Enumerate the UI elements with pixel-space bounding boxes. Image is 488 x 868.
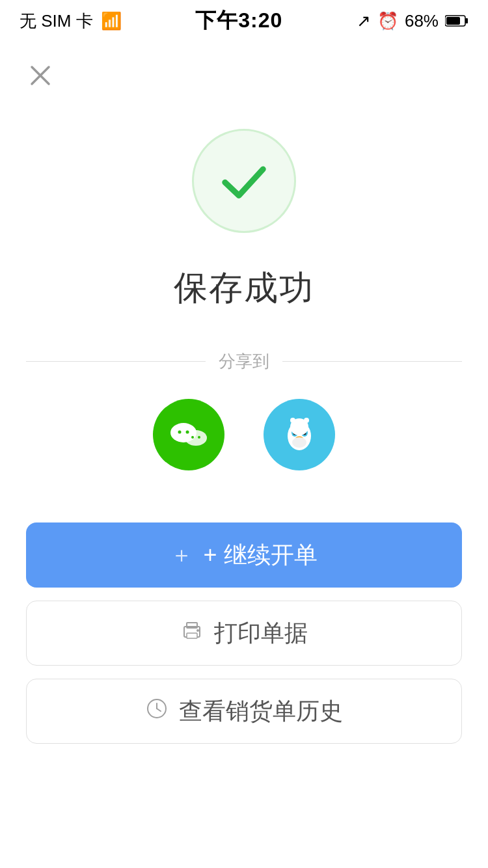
svg-point-19 [290,418,295,423]
share-divider: 分享到 [26,350,462,373]
alarm-icon: ⏰ [377,11,398,31]
print-button[interactable]: 打印单据 [26,601,462,666]
svg-point-8 [186,431,189,434]
status-left: 无 SIM 卡 📶 [20,10,122,33]
svg-point-7 [178,431,182,434]
share-section: 分享到 [26,350,462,470]
continue-order-label: + 继续开单 [203,539,317,571]
qq-share-button[interactable] [264,399,335,470]
battery-icon [445,14,468,27]
svg-point-24 [197,629,199,632]
success-icon-circle [192,129,296,233]
svg-point-20 [304,418,309,423]
svg-point-17 [292,437,306,448]
close-button[interactable] [20,55,61,96]
print-label: 打印单据 [214,617,308,649]
no-sim-text: 无 SIM 卡 [20,10,93,33]
status-time: 下午3:20 [195,7,282,35]
svg-point-9 [191,436,194,439]
clock-icon [145,697,169,726]
status-bar: 无 SIM 卡 📶 下午3:20 ↗ ⏰ 68% [0,0,488,42]
status-right: ↗ ⏰ 68% [357,11,468,31]
wifi-icon: 📶 [101,11,122,31]
plus-icon: ＋ [170,540,193,570]
main-content: 保存成功 分享到 [0,109,488,757]
continue-order-button[interactable]: ＋ + 继续开单 [26,522,462,588]
svg-line-27 [157,709,161,711]
svg-rect-2 [446,17,460,25]
wechat-share-button[interactable] [153,399,224,470]
share-label: 分享到 [219,350,269,373]
svg-rect-23 [187,633,197,638]
history-label: 查看销货单历史 [179,696,343,727]
success-title: 保存成功 [174,265,314,311]
battery-text: 68% [405,11,439,31]
svg-point-10 [198,436,200,439]
svg-rect-1 [465,18,468,23]
location-icon: ↗ [357,11,371,31]
share-icons [26,399,462,470]
action-buttons: ＋ + 继续开单 打印单据 查看销货单 [26,522,462,757]
printer-icon [180,619,204,647]
history-button[interactable]: 查看销货单历史 [26,679,462,744]
